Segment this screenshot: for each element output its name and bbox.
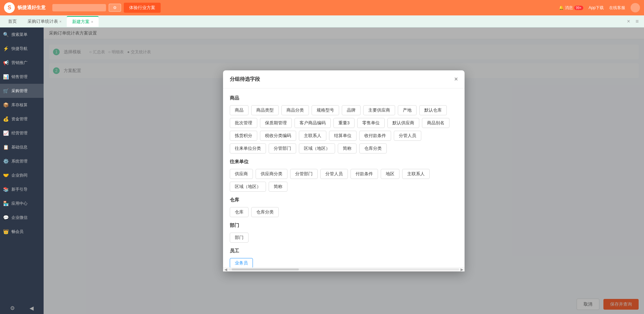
field-default-supplier[interactable]: 默认供应商 <box>387 118 419 128</box>
scroll-right-btn[interactable]: ▶ <box>459 267 463 272</box>
modal-header: 分组待选字段 × <box>223 70 465 88</box>
field-batch-manage[interactable]: 批次管理 <box>230 118 257 128</box>
sidebar-item-collab[interactable]: 🤝 企业协同 <box>0 168 44 182</box>
field-product-alias[interactable]: 商品别名 <box>422 118 449 128</box>
field-settle-unit[interactable]: 结算单位 <box>329 131 357 141</box>
sidebar-item-search[interactable]: 🔍 搜索菜单 <box>0 27 44 42</box>
field-main-contact2[interactable]: 主联系人 <box>402 169 430 179</box>
field-warehouse-category[interactable]: 仓库分类 <box>359 143 387 153</box>
field-brand[interactable]: 品牌 <box>342 105 361 115</box>
section-warehouse-title: 仓库 <box>230 197 458 203</box>
modal-body: 商品 商品 商品类型 商品分类 规格型号 品牌 主要供应商 产地 默认仓库 批次… <box>223 88 465 267</box>
sidebar-item-marketing[interactable]: 📢 营销推广 <box>0 56 44 70</box>
field-abbr[interactable]: 简称 <box>338 143 357 153</box>
field-partner-dept[interactable]: 分管部门 <box>290 169 318 179</box>
section-staff-title: 员工 <box>230 248 458 254</box>
field-region2[interactable]: 区域（地区） <box>230 182 266 192</box>
modal-bottom-scrollbar[interactable]: ◀ ▶ <box>223 267 465 271</box>
sidebar-settings-icon[interactable]: ⚙ <box>10 305 15 311</box>
field-product-type[interactable]: 商品类型 <box>251 105 279 115</box>
field-salesperson[interactable]: 业务员 <box>230 258 253 267</box>
online-service[interactable]: 在线客服 <box>609 5 625 11</box>
field-product[interactable]: 商品 <box>230 105 249 115</box>
field-main-contact[interactable]: 主联系人 <box>299 131 326 141</box>
tabs-menu[interactable]: ≡ <box>633 18 641 24</box>
sidebar-item-purchase-label: 采购管理 <box>11 88 28 94</box>
field-supervisor-dept[interactable]: 分管部门 <box>269 143 296 153</box>
field-customer-sku[interactable]: 客户商品编码 <box>294 118 331 128</box>
tab-home[interactable]: 首页 <box>3 16 22 26</box>
field-pick-points[interactable]: 拣货积分 <box>230 131 257 141</box>
app-download[interactable]: App下载 <box>589 5 604 11</box>
sidebar-item-operations[interactable]: 📈 经营管理 <box>0 126 44 140</box>
field-expiry-manage[interactable]: 保质期管理 <box>260 118 292 128</box>
field-abbr2[interactable]: 简称 <box>269 182 287 192</box>
sidebar-item-basics[interactable]: 📋 基础信息 <box>0 140 44 154</box>
avatar[interactable] <box>631 3 640 12</box>
search-input[interactable] <box>52 4 106 11</box>
scroll-track-horizontal <box>228 268 459 270</box>
scroll-left-btn[interactable]: ◀ <box>224 267 228 272</box>
sidebar-item-appstore[interactable]: 🏪 应用中心 <box>0 196 44 210</box>
sidebar-item-wechat[interactable]: 💬 企业微信 <box>0 210 44 225</box>
trial-button[interactable]: 体验行业方案 <box>124 3 161 13</box>
field-warehouse-cat[interactable]: 仓库分类 <box>251 207 279 217</box>
field-area[interactable]: 地区 <box>381 169 399 179</box>
field-payment-terms[interactable]: 收付款条件 <box>359 131 391 141</box>
tab-new-plan[interactable]: 新建方案 × <box>67 16 98 27</box>
tab-purchase-stats[interactable]: 采购订单统计表 × <box>22 16 67 26</box>
sidebar-item-system[interactable]: ⚙️ 系统管理 <box>0 154 44 168</box>
sidebar-item-finance-label: 资金管理 <box>11 116 28 122</box>
settings-button[interactable]: ⚙ <box>109 4 121 12</box>
field-region[interactable]: 区域（地区） <box>299 143 335 153</box>
field-default-warehouse[interactable]: 默认仓库 <box>419 105 447 115</box>
field-product-category[interactable]: 商品分类 <box>281 105 309 115</box>
sidebar-item-inventory[interactable]: 📦 库存核算 <box>0 98 44 112</box>
field-warehouse[interactable]: 仓库 <box>230 207 249 217</box>
tab-new-plan-close[interactable]: × <box>91 20 93 24</box>
sidebar-item-finance[interactable]: 💰 资金管理 <box>0 112 44 126</box>
sidebar-item-appstore-label: 应用中心 <box>11 201 28 206</box>
sidebar-item-collab-label: 企业协同 <box>11 173 28 178</box>
sidebar-item-purchase[interactable]: 🛒 采购管理 <box>0 84 44 98</box>
staff-fields: 业务员 <box>230 258 458 267</box>
tabs-close-all[interactable]: × <box>624 18 633 24</box>
sidebar-bottom: ⚙ ◀ <box>0 302 44 314</box>
section-partner: 往来单位 供应商 供应商分类 分管部门 分管人员 付款条件 地区 主联系人 区域… <box>230 159 458 192</box>
field-department[interactable]: 部门 <box>230 233 249 243</box>
shortcuts-icon: ⚡ <box>3 46 9 52</box>
scroll-thumb-horizontal[interactable] <box>232 268 299 270</box>
notify-label: 消息 <box>565 5 573 10</box>
sidebar-item-shortcuts[interactable]: ⚡ 快捷导航 <box>0 42 44 56</box>
logo-icon: S <box>4 2 15 13</box>
tab-new-plan-label: 新建方案 <box>72 19 90 25</box>
sidebar-item-sales[interactable]: 📊 销售管理 <box>0 70 44 84</box>
notify-badge: 99+ <box>574 6 583 10</box>
sidebar-toggle-icon[interactable]: ◀ <box>30 305 34 311</box>
section-department-title: 部门 <box>230 223 458 229</box>
sidebar-item-search-label: 搜索菜单 <box>11 32 28 38</box>
field-main-supplier[interactable]: 主要供应商 <box>363 105 395 115</box>
field-tax-code[interactable]: 税收分类编码 <box>260 131 296 141</box>
field-origin[interactable]: 产地 <box>398 105 417 115</box>
sidebar-item-member[interactable]: 👑 畅会员 <box>0 225 44 239</box>
field-supervisor-staff[interactable]: 分管人员 <box>394 131 421 141</box>
field-spec-model[interactable]: 规格型号 <box>312 105 339 115</box>
field-partner-staff[interactable]: 分管人员 <box>320 169 348 179</box>
basics-icon: 📋 <box>3 144 9 150</box>
partner-fields: 供应商 供应商分类 分管部门 分管人员 付款条件 地区 主联系人 区域（地区） … <box>230 169 458 192</box>
notify-area[interactable]: 🔔 消息 99+ <box>559 5 583 11</box>
main-layout: 🔍 搜索菜单 ⚡ 快捷导航 📢 营销推广 📊 销售管理 🛒 采购管理 📦 库存核… <box>0 27 644 314</box>
sidebar-item-sales-label: 销售管理 <box>11 74 28 80</box>
field-supplier[interactable]: 供应商 <box>230 169 253 179</box>
field-retail-unit[interactable]: 零售单位 <box>357 118 385 128</box>
field-supplier-category[interactable]: 供应商分类 <box>256 169 287 179</box>
field-weight3[interactable]: 重量3 <box>333 118 355 128</box>
tab-purchase-stats-close[interactable]: × <box>59 19 61 23</box>
sidebar-item-guide[interactable]: 📚 新手引导 <box>0 182 44 196</box>
modal-close-button[interactable]: × <box>454 76 458 83</box>
top-header: S 畅捷通好生意 ⚙ 体验行业方案 🔔 消息 99+ App下载 在线客服 <box>0 0 644 15</box>
sidebar-item-guide-label: 新手引导 <box>11 187 28 192</box>
field-pay-terms[interactable]: 付款条件 <box>351 169 378 179</box>
field-partner-category[interactable]: 往来单位分类 <box>230 143 266 153</box>
